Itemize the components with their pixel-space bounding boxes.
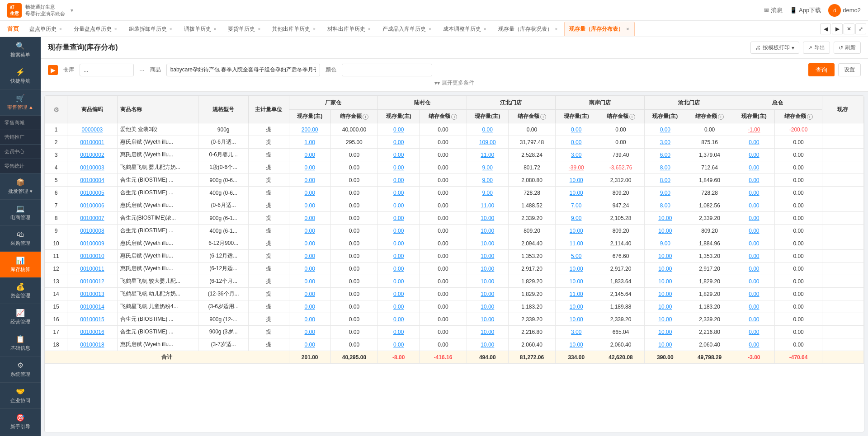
tab-yaohuo[interactable]: 要货单历史 ×: [223, 22, 266, 36]
cell-total-num[interactable]: 0.00: [733, 263, 775, 275]
cell-yb-num[interactable]: 10.00: [644, 275, 686, 288]
cell-total-num[interactable]: 0.00: [733, 326, 775, 338]
cell-yb-num[interactable]: 10.00: [644, 326, 686, 338]
close-tab-fenliang[interactable]: ×: [113, 26, 118, 32]
cell-total-num[interactable]: 0.00: [733, 199, 775, 212]
cell-total-num[interactable]: -1.00: [733, 123, 775, 136]
cell-lc-num[interactable]: 0.00: [378, 338, 420, 351]
tab-diaobo[interactable]: 调拨单历史 ×: [179, 22, 222, 36]
cell-jb-num[interactable]: 10.00: [467, 288, 508, 300]
cell-jb-num[interactable]: 10.00: [467, 225, 508, 237]
cell-lc-num[interactable]: 0.00: [378, 288, 420, 300]
tab-zuzhang[interactable]: 组装拆卸单历史 ×: [124, 22, 178, 36]
warehouse-input[interactable]: [80, 64, 134, 76]
sidebar-item-purchase[interactable]: 🛍 采购管理: [0, 226, 41, 252]
sidebar-item-collab[interactable]: 🤝 企业协同: [0, 383, 41, 409]
sidebar-item-member[interactable]: 会员中心: [0, 145, 41, 159]
cell-na-num[interactable]: 10.00: [556, 300, 597, 313]
cell-fj-num[interactable]: 200.00: [289, 123, 330, 136]
cell-total-num[interactable]: 0.00: [733, 212, 775, 225]
cell-fj-num[interactable]: 0.00: [289, 237, 330, 250]
tab-qita[interactable]: 其他出库单历史 ×: [267, 22, 321, 36]
cell-jb-num[interactable]: 9.00: [467, 161, 508, 174]
cell-fj-num[interactable]: 0.00: [289, 300, 330, 313]
sidebar-item-nav[interactable]: ⚡ 快捷导航: [0, 63, 41, 89]
export-button[interactable]: ↗ 导出: [803, 42, 830, 54]
cell-code[interactable]: 00100016: [67, 326, 118, 338]
cell-na-num[interactable]: 3.00: [556, 149, 597, 161]
cell-code[interactable]: 00100008: [67, 225, 118, 237]
cell-total-num[interactable]: 0.00: [733, 136, 775, 149]
cell-fj-num[interactable]: 0.00: [289, 326, 330, 338]
cell-code[interactable]: 00100002: [67, 149, 118, 161]
cell-jb-num[interactable]: 0.00: [467, 123, 508, 136]
cell-jb-num[interactable]: 10.00: [467, 250, 508, 263]
total-amt-info-icon[interactable]: i: [807, 114, 813, 120]
cell-na-num[interactable]: 3.00: [556, 326, 597, 338]
tab-xiancunliang-status[interactable]: 现存量（库存状况表） ×: [493, 22, 564, 36]
cell-total-num[interactable]: 0.00: [733, 161, 775, 174]
cell-total-num[interactable]: 0.00: [733, 225, 775, 237]
close-tab-zuzhang[interactable]: ×: [169, 26, 173, 32]
cell-yb-num[interactable]: 8.00: [644, 161, 686, 174]
close-tab-status[interactable]: ×: [554, 26, 559, 32]
cell-code[interactable]: 00100001: [67, 136, 118, 149]
cell-na-num[interactable]: 7.00: [556, 199, 597, 212]
cell-code[interactable]: 00100018: [67, 338, 118, 351]
user-profile[interactable]: d demo2: [828, 4, 861, 17]
cell-lc-num[interactable]: 0.00: [378, 250, 420, 263]
tab-pandian[interactable]: 盘点单历史 ×: [24, 22, 68, 36]
filter-expand-button[interactable]: ▶: [48, 65, 58, 75]
cell-fj-num[interactable]: 0.00: [289, 263, 330, 275]
cell-lc-num[interactable]: 0.00: [378, 275, 420, 288]
fj-amt-info-icon[interactable]: i: [363, 114, 368, 120]
cell-fj-num[interactable]: 0.00: [289, 225, 330, 237]
account-dropdown-icon[interactable]: ▾: [71, 7, 73, 14]
cell-lc-num[interactable]: 0.00: [378, 136, 420, 149]
sidebar-item-retail[interactable]: 🛒 零售管理 ▲: [0, 89, 41, 116]
jb-amt-info-icon[interactable]: i: [540, 114, 546, 120]
lc-amt-info-icon[interactable]: i: [451, 114, 457, 120]
tab-home[interactable]: 首页: [2, 25, 24, 33]
print-button[interactable]: 🖨 按模板打印 ▾: [750, 42, 799, 54]
cell-fj-num[interactable]: 0.00: [289, 161, 330, 174]
cell-yb-num[interactable]: 3.00: [644, 136, 686, 149]
cell-na-num[interactable]: 10.00: [556, 313, 597, 326]
cell-total-num[interactable]: 0.00: [733, 187, 775, 199]
cell-lc-num[interactable]: 0.00: [378, 174, 420, 187]
cell-na-num[interactable]: 9.00: [556, 212, 597, 225]
sidebar-item-ecom[interactable]: 💻 电商管理: [0, 200, 41, 226]
cell-yb-num[interactable]: 10.00: [644, 250, 686, 263]
cell-fj-num[interactable]: 0.00: [289, 250, 330, 263]
cell-yb-num[interactable]: 9.00: [644, 187, 686, 199]
sidebar-item-wholesale[interactable]: 📦 批发管理 ▾: [0, 173, 41, 200]
cell-jb-num[interactable]: 10.00: [467, 275, 508, 288]
tab-chengpin[interactable]: 产成品入库单历史 ×: [377, 22, 437, 36]
cell-total-num[interactable]: 0.00: [733, 300, 775, 313]
cell-total-num[interactable]: 0.00: [733, 275, 775, 288]
nav-expand-button[interactable]: ⤢: [855, 23, 866, 34]
cell-na-num[interactable]: 0.00: [556, 136, 597, 149]
close-tab-cailiao[interactable]: ×: [367, 26, 372, 32]
cell-lc-num[interactable]: 0.00: [378, 123, 420, 136]
cell-code[interactable]: 00100010: [67, 250, 118, 263]
cell-lc-num[interactable]: 0.00: [378, 187, 420, 199]
cell-na-num[interactable]: -39.00: [556, 161, 597, 174]
column-settings-icon[interactable]: ⚙: [53, 106, 59, 113]
tab-fenliang[interactable]: 分量盘点单历史 ×: [69, 22, 123, 36]
sidebar-item-inventory[interactable]: 📊 库存核算: [0, 252, 41, 278]
cell-total-num[interactable]: 0.00: [733, 313, 775, 326]
sidebar-item-marketing[interactable]: 营销推广: [0, 130, 41, 145]
cell-na-num[interactable]: 11.00: [556, 288, 597, 300]
col-gear[interactable]: ⚙: [45, 96, 67, 123]
cell-total-num[interactable]: 0.00: [733, 174, 775, 187]
cell-yb-num[interactable]: 10.00: [644, 225, 686, 237]
cell-yb-num[interactable]: 10.00: [644, 300, 686, 313]
cell-fj-num[interactable]: 0.00: [289, 174, 330, 187]
sidebar-item-search[interactable]: 🔍 搜索英单: [0, 37, 41, 63]
cell-total-num[interactable]: 0.00: [733, 250, 775, 263]
cell-jb-num[interactable]: 10.00: [467, 338, 508, 351]
cell-na-num[interactable]: 10.00: [556, 174, 597, 187]
close-tab-qita[interactable]: ×: [312, 26, 316, 32]
yb-amt-info-icon[interactable]: i: [718, 114, 724, 120]
